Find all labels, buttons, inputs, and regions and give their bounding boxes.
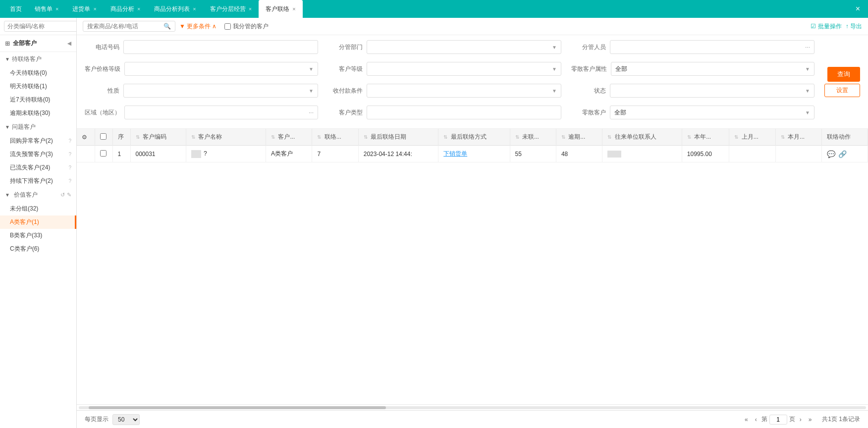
this-month-sort-icon: ⇅: [781, 134, 785, 140]
region-select[interactable]: ···: [124, 106, 318, 119]
my-customers-checkbox[interactable]: [224, 23, 231, 30]
prev-page-button[interactable]: ‹: [753, 415, 760, 424]
adv-filter-row-3: 性质 ▼ 收付款条件 ▼ 状态: [85, 84, 814, 98]
sidebar-item-today[interactable]: 今天待联络(0): [0, 66, 76, 80]
page-size-label: 每页显示: [85, 415, 108, 424]
adv-filter-panel: 电话号码 分管部门 ▼ 分管人员 ···: [77, 35, 868, 129]
horizontal-scrollbar[interactable]: [77, 404, 868, 410]
customer-level-select[interactable]: ▼: [367, 62, 561, 76]
nav-tab-analysis[interactable]: 商品分析 ×: [104, 0, 147, 18]
nav-tab-customer-contact[interactable]: 客户联络 ×: [259, 0, 302, 18]
sidebar-item-c-class[interactable]: C类客户(6): [0, 242, 76, 256]
sidebar-section-value-header[interactable]: ▼ 价值客户 ↺ ✎: [0, 188, 76, 202]
nature-field: 性质 ▼: [85, 84, 328, 98]
sidebar-item-churn[interactable]: 流失预警客户(3) ?: [0, 148, 76, 161]
td-contact-count: 7: [312, 146, 358, 162]
sidebar-section-pending-header[interactable]: ▼ 待联络客户: [0, 52, 76, 66]
nav-tab-home[interactable]: 首页: [4, 0, 28, 18]
price-level-arrow-icon: ▼: [309, 66, 314, 72]
nav-tab-sales[interactable]: 销售单 ×: [28, 0, 65, 18]
nav-tab-customer-layer-close[interactable]: ×: [249, 6, 252, 12]
dept-select[interactable]: ▼: [367, 40, 561, 54]
action-icons: 💬 🔗: [827, 150, 863, 158]
filter-search-input[interactable]: [87, 23, 162, 30]
sidebar-item-repurchase[interactable]: 回购异常客户(2) ?: [0, 134, 76, 148]
nav-tab-customer-layer[interactable]: 客户分层经营 ×: [203, 0, 259, 18]
declining-help-icon[interactable]: ?: [68, 178, 71, 184]
nav-tab-customer-contact-close[interactable]: ×: [292, 6, 295, 12]
sidebar-collapse-icon[interactable]: ◀: [67, 41, 71, 46]
sidebar-item-overdue[interactable]: 逾期未联络(30): [0, 107, 76, 120]
td-name: ?: [186, 146, 266, 162]
sidebar-section-problem-header[interactable]: ▼ 问题客户: [0, 120, 76, 134]
last-date-sort-icon: ⇅: [364, 134, 368, 140]
row-checkbox[interactable]: [100, 150, 107, 157]
retail-select[interactable]: 全部 ▼: [610, 106, 814, 119]
th-last-month: ⇅ 上月...: [729, 129, 775, 146]
th-name-label: 客户名称: [198, 133, 222, 140]
nav-tab-sales-close[interactable]: ×: [55, 6, 58, 12]
export-button[interactable]: ↑ 导出: [846, 22, 862, 31]
nav-tab-purchase[interactable]: 进货单 ×: [65, 0, 103, 18]
batch-op-button[interactable]: ☑ 批量操作: [811, 22, 841, 31]
repurchase-help-icon[interactable]: ?: [68, 138, 71, 144]
th-index-label: 序: [118, 133, 124, 140]
action-message-icon[interactable]: 💬: [827, 150, 835, 158]
sidebar-all-customers[interactable]: ⊞ 全部客户 ◀: [0, 35, 76, 52]
settings-button[interactable]: 设置: [824, 84, 860, 97]
nav-tab-analysis-list-close[interactable]: ×: [193, 6, 196, 12]
close-all-button[interactable]: ×: [852, 4, 864, 13]
sidebar-item-b-class[interactable]: B类客户(33): [0, 229, 76, 242]
retail-attr-select[interactable]: 全部 ▼: [611, 62, 814, 76]
sidebar-section-value: ▼ 价值客户 ↺ ✎ 未分组(32) A类客户(1) B类客户(33) C类客户…: [0, 188, 76, 256]
th-gear[interactable]: ⚙: [77, 129, 95, 146]
th-this-month: ⇅ 本月...: [775, 129, 821, 146]
select-all-checkbox[interactable]: [100, 133, 107, 140]
this-year-sort-icon: ⇅: [687, 134, 691, 140]
sidebar-item-ungrouped[interactable]: 未分组(32): [0, 202, 76, 215]
filter-search-icon[interactable]: 🔍: [163, 23, 171, 30]
status-select[interactable]: ▼: [610, 84, 814, 98]
last-page-button[interactable]: »: [806, 415, 814, 424]
nature-arrow-icon: ▼: [309, 88, 314, 94]
nav-tab-analysis-list[interactable]: 商品分析列表 ×: [147, 0, 203, 18]
first-page-button[interactable]: «: [742, 415, 751, 424]
nav-tab-analysis-label: 商品分析: [110, 5, 134, 13]
value-edit-icon[interactable]: ✎: [67, 192, 71, 198]
lost-help-icon[interactable]: ?: [68, 165, 71, 170]
current-page-input[interactable]: [769, 415, 787, 425]
th-code-label: 客户编码: [143, 133, 166, 140]
gear-icon[interactable]: ⚙: [82, 134, 87, 141]
action-link-icon[interactable]: 🔗: [838, 150, 847, 158]
sidebar-item-tomorrow[interactable]: 明天待联络(1): [0, 80, 76, 93]
dept-arrow-icon: ▼: [552, 45, 557, 50]
price-level-select[interactable]: ▼: [124, 62, 318, 76]
nav-tab-purchase-close[interactable]: ×: [93, 6, 96, 12]
retail-field: 零散客户 全部 ▼: [571, 106, 814, 119]
scrollbar-thumb[interactable]: [89, 406, 386, 409]
manager-input[interactable]: ···: [610, 40, 814, 54]
churn-help-icon[interactable]: ?: [68, 152, 71, 157]
sidebar-item-a-class[interactable]: A类客户(1): [0, 215, 76, 229]
last-contact-method-link[interactable]: 下销货单: [443, 150, 467, 157]
query-button[interactable]: 查询: [827, 67, 860, 82]
row-index: 1: [118, 151, 121, 158]
customer-type-input[interactable]: [367, 106, 561, 119]
page-size-select[interactable]: 10 20 50 100: [112, 414, 140, 425]
manager-field: 分管人员 ···: [571, 40, 814, 54]
sidebar-item-declining[interactable]: 持续下滑客户(2) ?: [0, 174, 76, 188]
td-index: 1: [112, 146, 130, 162]
nature-label: 性质: [85, 87, 119, 95]
last-contact-date: 2023-04-12 14:44:: [364, 151, 412, 158]
sidebar-item-week[interactable]: 近7天待联络(0): [0, 93, 76, 107]
phone-input[interactable]: [123, 40, 318, 54]
filter-more-button[interactable]: ▼ 更多条件 ∧: [179, 22, 217, 31]
nature-select[interactable]: ▼: [123, 84, 318, 98]
sidebar-item-lost[interactable]: 已流失客户(24) ?: [0, 161, 76, 174]
payment-select[interactable]: ▼: [367, 84, 561, 98]
nav-tab-analysis-close[interactable]: ×: [137, 6, 140, 12]
next-page-button[interactable]: ›: [797, 415, 804, 424]
sidebar-search-input[interactable]: [4, 21, 77, 32]
th-last-date-label: 最后联络日期: [371, 133, 406, 140]
value-refresh-icon[interactable]: ↺: [60, 192, 65, 198]
